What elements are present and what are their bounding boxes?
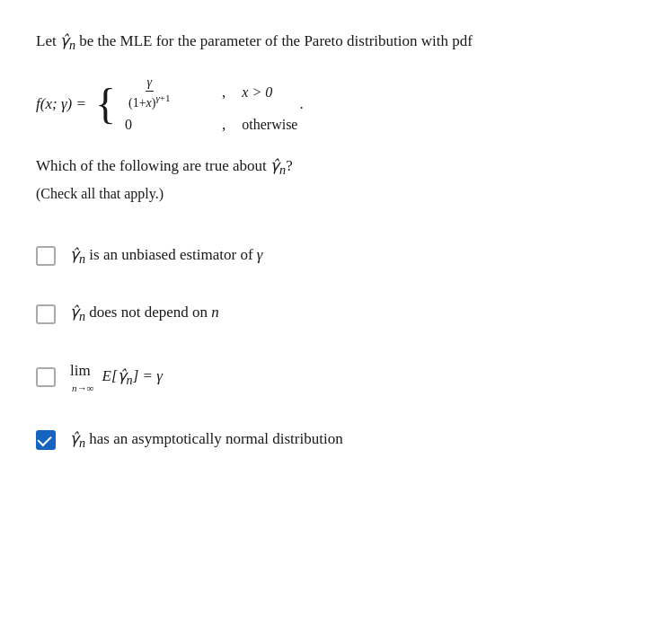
option-4[interactable]: γ̂n has an asymptotically normal distrib… xyxy=(36,411,636,470)
formula-block: f(x; γ) = { γ (1+x)γ+1 , x > 0 0 , other… xyxy=(36,75,636,134)
option-1-label: γ̂n is an unbiased estimator of γ xyxy=(70,243,263,269)
case-row-2: 0 , otherwise xyxy=(125,116,297,134)
case2-comma: , xyxy=(222,116,225,134)
option-2[interactable]: γ̂n does not depend on n xyxy=(36,285,636,343)
formula-period: . xyxy=(299,95,303,113)
subtext: (Check all that apply.) xyxy=(36,186,636,202)
cases-table: γ (1+x)γ+1 , x > 0 0 , otherwise xyxy=(125,75,297,134)
option-2-label: γ̂n does not depend on n xyxy=(70,301,219,327)
checkbox-2[interactable] xyxy=(36,304,56,324)
case2-expr: 0 xyxy=(125,117,206,133)
option-1[interactable]: γ̂n is an unbiased estimator of γ xyxy=(36,227,636,286)
case1-cond: x > 0 xyxy=(242,84,272,101)
case1-comma: , xyxy=(222,84,225,101)
checkbox-3[interactable] xyxy=(36,367,56,387)
formula-lhs: f(x; γ) = xyxy=(36,95,86,113)
option-4-label: γ̂n has an asymptotically normal distrib… xyxy=(70,427,343,453)
case1-expr: γ (1+x)γ+1 xyxy=(125,75,206,110)
checkbox-1[interactable] xyxy=(36,246,56,266)
big-brace: { xyxy=(95,83,116,126)
options-list: γ̂n is an unbiased estimator of γ γ̂n do… xyxy=(36,227,636,470)
case2-cond: otherwise xyxy=(242,117,297,133)
option-3-label: lim n→∞ E[γ̂n] = γ xyxy=(70,359,163,395)
intro-text: Let γ̂n be the MLE for the parameter of … xyxy=(36,29,636,56)
brace-equation: { γ (1+x)γ+1 , x > 0 0 , otherwise xyxy=(95,75,298,134)
case-row-1: γ (1+x)γ+1 , x > 0 xyxy=(125,75,297,110)
option-3[interactable]: lim n→∞ E[γ̂n] = γ xyxy=(36,343,636,411)
checkbox-4[interactable] xyxy=(36,430,56,450)
question-text: Which of the following are true about γ̂… xyxy=(36,154,636,181)
